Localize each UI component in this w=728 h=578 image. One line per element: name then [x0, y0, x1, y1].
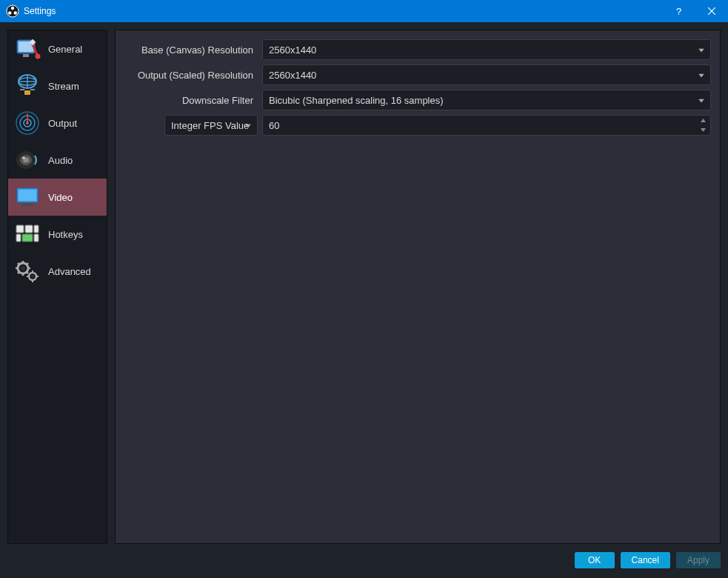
- base-resolution-combo[interactable]: 2560x1440: [262, 39, 711, 60]
- svg-point-3: [14, 11, 17, 14]
- svg-point-24: [26, 122, 29, 124]
- fps-value-spinbox[interactable]: 60: [262, 115, 711, 136]
- stream-icon: [13, 71, 42, 101]
- sidebar-item-advanced[interactable]: Advanced: [8, 253, 107, 290]
- close-button[interactable]: [695, 0, 728, 22]
- sidebar-item-label: Video: [48, 192, 73, 203]
- sidebar-item-label: General: [48, 44, 82, 55]
- audio-icon: [13, 145, 42, 175]
- output-icon: [13, 108, 42, 138]
- sidebar-item-label: Audio: [48, 155, 73, 166]
- svg-rect-19: [30, 89, 35, 90]
- app-icon: [6, 4, 19, 18]
- base-resolution-value: 2560x1440: [269, 44, 316, 56]
- svg-rect-37: [22, 234, 33, 242]
- svg-point-50: [31, 275, 34, 278]
- fps-type-value: Integer FPS Value: [171, 120, 249, 131]
- video-settings-panel: Base (Canvas) Resolution 2560x1440 Outpu…: [115, 30, 721, 544]
- svg-rect-31: [24, 203, 31, 205]
- spin-down-button[interactable]: [698, 125, 708, 135]
- svg-rect-17: [24, 90, 30, 95]
- svg-point-1: [11, 7, 14, 10]
- sidebar-item-hotkeys[interactable]: Hotkeys: [8, 216, 107, 253]
- fps-type-combo[interactable]: Integer FPS Value: [164, 115, 258, 136]
- advanced-icon: [13, 256, 42, 286]
- apply-button: Apply: [676, 552, 721, 568]
- svg-rect-32: [21, 205, 34, 206]
- chevron-down-icon: [698, 95, 704, 106]
- sidebar-item-label: Output: [48, 118, 77, 129]
- svg-rect-36: [16, 234, 21, 242]
- output-resolution-value: 2560x1440: [269, 70, 316, 81]
- chevron-down-icon: [245, 120, 251, 131]
- downscale-filter-label: Downscale Filter: [124, 95, 258, 106]
- svg-rect-33: [16, 225, 24, 233]
- chevron-down-icon: [698, 70, 704, 81]
- chevron-down-icon: [698, 44, 704, 56]
- ok-button[interactable]: OK: [575, 552, 615, 568]
- sidebar-item-video[interactable]: Video: [8, 179, 107, 216]
- sidebar-item-audio[interactable]: Audio: [8, 142, 107, 179]
- base-resolution-label: Base (Canvas) Resolution: [124, 44, 258, 56]
- sidebar-item-label: Advanced: [48, 266, 91, 277]
- sidebar-item-output[interactable]: Output: [8, 104, 107, 142]
- svg-point-28: [22, 157, 25, 159]
- window-title: Settings: [24, 6, 661, 16]
- svg-point-40: [21, 266, 25, 270]
- spin-up-button[interactable]: [698, 116, 708, 125]
- sidebar-item-label: Hotkeys: [48, 229, 83, 240]
- svg-rect-34: [25, 225, 33, 233]
- svg-rect-9: [23, 54, 29, 57]
- hotkeys-icon: [13, 219, 42, 249]
- svg-point-11: [36, 54, 41, 59]
- cancel-button[interactable]: Cancel: [621, 552, 670, 568]
- fps-value: 60: [269, 120, 279, 131]
- svg-rect-38: [34, 234, 39, 242]
- svg-rect-18: [20, 89, 24, 90]
- output-resolution-label: Output (Scaled) Resolution: [124, 70, 258, 81]
- titlebar: Settings ?: [0, 0, 728, 22]
- svg-rect-35: [34, 225, 39, 233]
- sidebar-item-label: Stream: [48, 81, 79, 92]
- downscale-filter-combo[interactable]: Bicubic (Sharpened scaling, 16 samples): [262, 90, 711, 110]
- video-icon: [13, 182, 42, 212]
- svg-text:?: ?: [676, 6, 681, 16]
- downscale-filter-value: Bicubic (Sharpened scaling, 16 samples): [269, 95, 444, 106]
- output-resolution-combo[interactable]: 2560x1440: [262, 64, 711, 85]
- svg-point-2: [8, 11, 11, 14]
- general-icon: [13, 34, 42, 64]
- help-button[interactable]: ?: [661, 0, 695, 22]
- dialog-footer: OK Cancel Apply: [7, 544, 721, 571]
- svg-rect-30: [19, 190, 36, 201]
- sidebar-item-general[interactable]: General: [8, 30, 107, 67]
- settings-sidebar: General Stream: [7, 30, 107, 544]
- sidebar-item-stream[interactable]: Stream: [8, 67, 107, 104]
